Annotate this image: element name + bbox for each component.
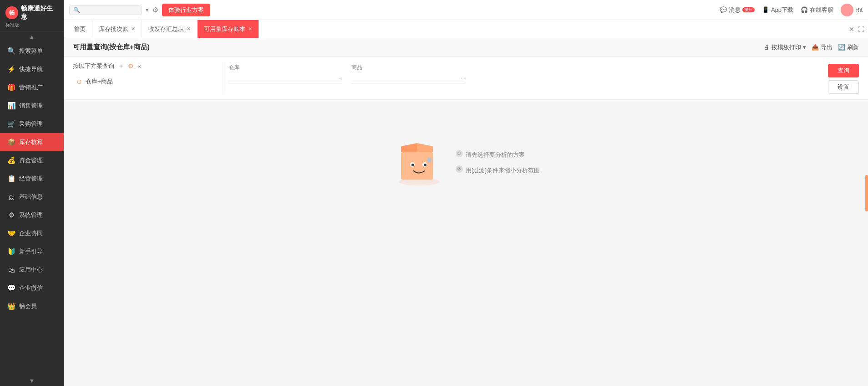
scroll-down-btn[interactable]: ▼ xyxy=(0,376,64,386)
filter-action-buttons: 查询 设置 xyxy=(828,64,859,94)
sidebar-item-wechat[interactable]: 💬 企业微信 xyxy=(0,279,64,297)
tabs-bar: 首页 库存批次账 ✕ 收发存汇总表 ✕ 可用量库存账本 ✕ ✕ ⛶ xyxy=(64,20,868,38)
tab-batch[interactable]: 库存批次账 ✕ xyxy=(92,20,142,38)
shortcut-icon: ⚡ xyxy=(7,65,15,73)
print-dropdown-icon[interactable]: ▾ xyxy=(803,44,806,51)
export-btn[interactable]: 📤 导出 xyxy=(812,43,832,51)
goods-filter-field: 商品 ··· xyxy=(351,64,465,83)
logo-icon: 畅 xyxy=(5,6,18,19)
message-label: 消息 xyxy=(729,6,741,14)
tab-batch-close[interactable]: ✕ xyxy=(131,26,135,32)
empty-text-area: ① 请先选择要分析的方案 ② 用[过滤]条件来缩小分析范围 xyxy=(456,149,540,176)
sidebar-item-label: 销售管理 xyxy=(19,102,43,110)
scroll-up-btn[interactable]: ▲ xyxy=(0,31,64,42)
goods-input-wrap: ··· xyxy=(351,74,465,83)
sidebar-item-basic[interactable]: 🗂 基础信息 xyxy=(0,188,64,206)
refresh-btn[interactable]: 🔄 刷新 xyxy=(838,43,859,51)
sidebar-item-label: 采购管理 xyxy=(19,120,43,128)
topbar: 🔍 ▾ ⚙ 体验行业方案 💬 消息 99+ 📱 App下载 🎧 在线客服 Rit xyxy=(64,0,868,20)
warehouse-input-wrap: ··· xyxy=(228,74,342,83)
warehouse-filter-field: 仓库 ··· xyxy=(228,64,342,83)
sidebar-item-inventory[interactable]: 📦 库存核算 xyxy=(0,133,64,151)
guide-icon: 🔰 xyxy=(7,247,15,256)
add-scheme-btn[interactable]: ＋ xyxy=(118,62,124,70)
search-nav-icon: 🔍 xyxy=(7,47,15,55)
tab-available[interactable]: 可用量库存账本 ✕ xyxy=(198,20,259,38)
sidebar-nav: 🔍 搜索菜单 ⚡ 快捷导航 🎁 营销推广 📊 销售管理 🛒 采购管理 📦 库存核… xyxy=(0,42,64,376)
tabs-right-actions: ✕ ⛶ xyxy=(849,26,864,33)
refresh-icon: 🔄 xyxy=(838,44,845,51)
sidebar-item-sales[interactable]: 📊 销售管理 xyxy=(0,97,64,115)
finance-icon: 💰 xyxy=(7,156,15,165)
app-download-btn[interactable]: 📱 App下载 xyxy=(762,6,793,14)
trial-industry-btn[interactable]: 体验行业方案 xyxy=(162,4,210,16)
sidebar-item-purchase[interactable]: 🛒 采购管理 xyxy=(0,115,64,133)
tip-text-2: 用[过滤]条件来缩小分析范围 xyxy=(466,165,540,176)
warehouse-more-icon[interactable]: ··· xyxy=(338,75,342,81)
page-actions: 🖨 按模板打印 ▾ 📤 导出 🔄 刷新 xyxy=(764,43,859,51)
sidebar-item-vip[interactable]: 👑 畅会员 xyxy=(0,297,64,315)
topbar-search-input[interactable] xyxy=(82,7,137,13)
goods-input[interactable] xyxy=(351,74,461,81)
scheme-item-label: 仓库+商品 xyxy=(86,77,113,86)
goods-label: 商品 xyxy=(351,64,465,72)
warehouse-input[interactable] xyxy=(228,74,338,81)
scheme-item-warehouse[interactable]: ⊙ 仓库+商品 xyxy=(73,75,217,88)
sidebar-item-system[interactable]: ⚙ 系统管理 xyxy=(0,206,64,224)
avatar xyxy=(841,4,853,16)
settings-button[interactable]: 设置 xyxy=(828,80,859,94)
topbar-settings-icon[interactable]: ⚙ xyxy=(152,5,158,14)
svg-marker-2 xyxy=(401,143,417,152)
edition-label: 标准版 xyxy=(5,22,58,28)
sidebar-item-marketing[interactable]: 🎁 营销推广 xyxy=(0,78,64,97)
wechat-icon: 💬 xyxy=(7,284,15,292)
sidebar-item-finance[interactable]: 💰 资金管理 xyxy=(0,151,64,170)
tab-maximize-icon[interactable]: ⛶ xyxy=(858,26,864,33)
sidebar-item-search[interactable]: 🔍 搜索菜单 xyxy=(0,42,64,60)
empty-tip-2: ② 用[过滤]条件来缩小分析范围 xyxy=(456,165,540,176)
sidebar-item-label: 新手引导 xyxy=(19,247,43,256)
sidebar-header: 畅 畅康通好生意 标准版 xyxy=(0,0,64,31)
scheme-item-icon: ⊙ xyxy=(76,78,82,85)
sidebar-item-shortcut[interactable]: ⚡ 快捷导航 xyxy=(0,60,64,78)
sidebar-item-label: 资金管理 xyxy=(19,156,43,165)
sidebar-item-appstore[interactable]: 🛍 应用中心 xyxy=(0,261,64,279)
tip-num-2: ② xyxy=(456,165,463,173)
tab-close-all-icon[interactable]: ✕ xyxy=(849,26,854,33)
svg-marker-3 xyxy=(417,143,433,152)
warehouse-label: 仓库 xyxy=(228,64,342,72)
empty-tip-1: ① 请先选择要分析的方案 xyxy=(456,149,540,161)
vip-icon: 👑 xyxy=(7,302,15,310)
sidebar-item-label: 经营管理 xyxy=(19,175,43,183)
sidebar-item-label: 企业微信 xyxy=(19,284,43,292)
goods-more-icon[interactable]: ··· xyxy=(461,75,465,81)
tip-text-1: 请先选择要分析的方案 xyxy=(466,149,525,161)
sidebar-item-label: 快捷导航 xyxy=(19,65,43,73)
collapse-scheme-btn[interactable]: « xyxy=(137,62,141,70)
topbar-dropdown-icon[interactable]: ▾ xyxy=(146,7,148,13)
sidebar-item-cooperation[interactable]: 🤝 企业协同 xyxy=(0,224,64,242)
sidebar-item-guide[interactable]: 🔰 新手引导 xyxy=(0,242,64,261)
service-btn[interactable]: 🎧 在线客服 xyxy=(801,6,833,14)
headset-icon: 🎧 xyxy=(801,6,808,13)
message-icon: 💬 xyxy=(720,6,727,13)
message-btn[interactable]: 💬 消息 99+ xyxy=(720,6,755,14)
sales-icon: 📊 xyxy=(7,102,15,110)
tab-available-close[interactable]: ✕ xyxy=(248,26,252,32)
edit-scheme-btn[interactable]: ⚙ xyxy=(128,62,134,70)
topbar-search-icon: 🔍 xyxy=(73,7,80,13)
appstore-icon: 🛍 xyxy=(7,266,15,274)
page-title: 可用量查询(按仓库+商品) xyxy=(73,43,150,51)
empty-svg xyxy=(392,136,447,186)
tab-summary[interactable]: 收发存汇总表 ✕ xyxy=(142,20,198,38)
tab-home-label: 首页 xyxy=(74,25,86,33)
print-btn[interactable]: 🖨 按模板打印 ▾ xyxy=(764,43,806,51)
tab-home[interactable]: 首页 xyxy=(67,20,92,38)
user-btn[interactable]: Rit xyxy=(841,4,863,16)
sidebar-item-operations[interactable]: 📋 经营管理 xyxy=(0,170,64,188)
tab-summary-close[interactable]: ✕ xyxy=(187,26,191,32)
cooperation-icon: 🤝 xyxy=(7,229,15,237)
page-header: 可用量查询(按仓库+商品) 🖨 按模板打印 ▾ 📤 导出 🔄 刷新 xyxy=(64,38,868,57)
sidebar-item-label: 应用中心 xyxy=(19,266,43,274)
query-button[interactable]: 查询 xyxy=(828,64,859,77)
